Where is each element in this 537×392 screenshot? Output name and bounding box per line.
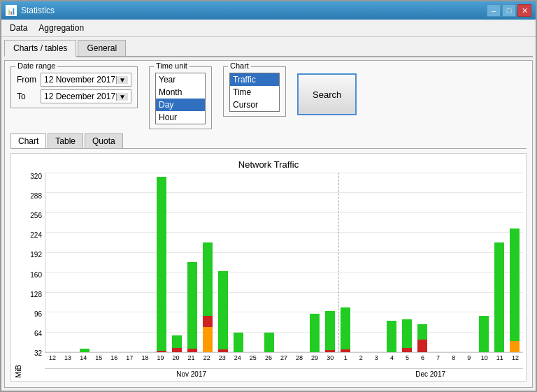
bars-row [45, 173, 523, 352]
bar-group [155, 173, 169, 352]
tab-charts-tables[interactable]: Charts / tables [4, 40, 76, 57]
x-label: 7 [431, 353, 446, 368]
time-unit-year[interactable]: Year [156, 73, 205, 86]
x-label: 11 [492, 353, 508, 368]
x-label: 4 [384, 353, 399, 368]
to-row: To 12 December 2017 ▼ [17, 89, 131, 103]
bar-group [200, 173, 215, 352]
x-label: 14 [76, 353, 91, 368]
main-window: 📊 Statistics – □ ✕ Data Aggregation Char… [0, 0, 537, 392]
x-label: 25 [245, 353, 261, 368]
bar-group [338, 173, 353, 352]
x-label: 26 [261, 353, 276, 368]
month-label-nov: Nov 2017 [45, 369, 338, 378]
bar-group [354, 173, 368, 352]
chart-type-traffic[interactable]: Traffic [230, 73, 279, 86]
y-axis-label: MiB [14, 173, 22, 378]
inner-tab-table[interactable]: Table [48, 133, 83, 148]
bar-group [323, 173, 338, 352]
menu-aggregation[interactable]: Aggregation [33, 21, 90, 35]
bar-segment-orange [510, 341, 520, 352]
from-date-picker-btn[interactable]: ▼ [116, 76, 128, 84]
x-labels: 1213141516171819202122232425262728293012… [45, 353, 523, 368]
bar-segment-green [325, 311, 335, 350]
x-label: 20 [169, 353, 184, 368]
from-date-value: 12 November 2017 [44, 75, 116, 85]
window-title: Statistics [21, 6, 55, 15]
x-label: 1 [338, 353, 353, 368]
bar-group [246, 173, 261, 352]
main-panel: Date range From 12 November 2017 ▼ To 12… [4, 60, 533, 388]
menu-data[interactable]: Data [4, 21, 33, 35]
x-label: 13 [60, 353, 76, 368]
bar-group [415, 173, 430, 352]
x-label: 19 [152, 353, 168, 368]
bar-segment-green [510, 228, 520, 341]
y-axis: 320288256224192160128966432 [22, 173, 45, 378]
month-label-dec: Dec 2017 [338, 369, 523, 378]
search-button[interactable]: Search [297, 73, 357, 115]
x-label: 15 [91, 353, 106, 368]
x-axis: 1213141516171819202122232425262728293012… [45, 353, 523, 378]
bar-segment-green [310, 314, 320, 352]
to-date-picker-btn[interactable]: ▼ [116, 93, 128, 101]
inner-tab-chart[interactable]: Chart [10, 133, 46, 148]
date-range-group: Date range From 12 November 2017 ▼ To 12… [10, 66, 138, 108]
x-label: 9 [461, 353, 477, 368]
x-label: 18 [137, 353, 152, 368]
from-row: From 12 November 2017 ▼ [17, 73, 131, 87]
time-unit-listbox[interactable]: Year Month Day Hour [155, 73, 206, 124]
maximize-button[interactable]: □ [502, 4, 516, 17]
time-unit-group: Time unit Year Month Day Hour [149, 66, 212, 129]
chart-type-listbox[interactable]: Traffic Time Cursor [229, 73, 280, 112]
bar-group [124, 173, 138, 352]
bar-segment-green [172, 335, 182, 348]
from-date-input[interactable]: 12 November 2017 ▼ [41, 73, 131, 87]
tab-general[interactable]: General [78, 40, 126, 56]
minimize-button[interactable]: – [487, 4, 501, 17]
time-unit-day[interactable]: Day [156, 99, 205, 111]
x-label: 22 [199, 353, 215, 368]
chart-main: 1213141516171819202122232425262728293012… [45, 173, 523, 378]
bar-group [385, 173, 399, 352]
bar-group [215, 173, 230, 352]
bar-segment-green [187, 262, 197, 349]
chart-type-time[interactable]: Time [230, 86, 279, 99]
month-separator [338, 173, 339, 352]
x-label: 27 [276, 353, 292, 368]
bar-segment-green [80, 349, 90, 352]
x-label: 10 [477, 353, 492, 368]
bar-group [139, 173, 154, 352]
menu-bar: Data Aggregation [1, 20, 536, 37]
chart-display-area: Network Traffic MiB 32028825622419216012… [10, 153, 527, 382]
to-date-input[interactable]: 12 December 2017 ▼ [41, 89, 131, 103]
bar-group [93, 173, 108, 352]
time-unit-month[interactable]: Month [156, 86, 205, 99]
x-label: 2 [353, 353, 368, 368]
bar-group [277, 173, 292, 352]
x-label: 23 [215, 353, 230, 368]
bar-segment-green [264, 333, 274, 352]
x-label: 16 [106, 353, 122, 368]
close-button[interactable]: ✕ [517, 4, 531, 17]
controls-row: Date range From 12 November 2017 ▼ To 12… [10, 66, 527, 129]
to-label: To [17, 92, 36, 101]
x-label: 8 [446, 353, 461, 368]
inner-tab-quota[interactable]: Quota [85, 133, 123, 148]
bar-group [62, 173, 77, 352]
content-area: Charts / tables General Date range From … [1, 37, 536, 391]
bar-segment-green [234, 333, 243, 352]
chart-type-cursor[interactable]: Cursor [230, 99, 279, 111]
bar-group [292, 173, 307, 352]
x-label: 29 [307, 353, 322, 368]
bar-segment-red [203, 316, 213, 327]
bar-segment-green [387, 321, 396, 352]
bar-segment-green [402, 319, 412, 347]
bar-group [47, 173, 62, 352]
bar-segment-green [417, 324, 427, 340]
bar-group [108, 173, 123, 352]
window-icon: 📊 [6, 5, 17, 16]
time-unit-hour[interactable]: Hour [156, 111, 205, 124]
bar-segment-green [479, 316, 489, 352]
bar-group [476, 173, 491, 352]
